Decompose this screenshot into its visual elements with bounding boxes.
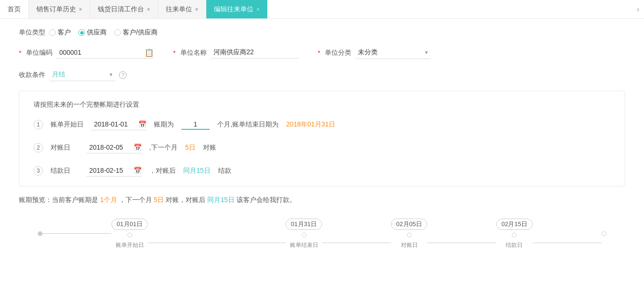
close-icon[interactable]: × [256,6,260,13]
tab-chevron-icon[interactable]: › [632,0,644,18]
timeline-end-dot-circle [602,231,606,236]
unit-code-calendar-icon[interactable]: 📋 [144,48,154,57]
period-row-2: 2 对账日 📅 ,下一个月 5日 对账 [34,142,610,153]
timeline-line-seg2 [322,243,391,243]
unit-category-select[interactable]: 未分类 ▾ [355,46,431,59]
tab-partner-label: 往来单位 [166,5,192,14]
timeline-sublabel-2: 账单结束日 [290,241,318,249]
timeline-date-3: 02月05日 [391,219,427,230]
tab-home[interactable]: 首页 [0,0,29,18]
preview-label: 账期预览：当前客户账期是 [19,196,98,203]
timeline-point-4: 02月15日 结款日 [496,219,533,249]
radio-supplier-circle [78,29,85,36]
payment-term-select[interactable]: 月结 ▾ [49,68,115,81]
radio-customer[interactable]: 客户 [49,28,71,37]
timeline-dot-3 [407,233,412,237]
unit-type-radio-group: 客户 供应商 客户/供应商 [49,28,158,37]
timeline-date-2: 01月31日 [286,219,322,230]
unit-info-row: * 单位编码 📋 * 单位名称 * 单位分类 未分类 ▾ [19,46,625,59]
unit-code-input[interactable] [56,47,144,58]
timeline-line-seg4 [533,243,602,243]
preview-part3: 同月15日 [207,196,235,203]
timeline-line-seg1 [148,243,286,243]
unit-type-group: 单位类型 客户 供应商 客户/供应商 [19,28,158,37]
payment-date-input[interactable] [86,165,134,176]
timeline-sublabel-3: 对账日 [401,241,418,249]
start-date-input-wrapper: 📅 [91,118,146,130]
recon-suffix-before: ,下一个月 [149,144,178,152]
payment-suffix-before: ，对账后 [149,167,176,175]
timeline-start-dot-circle [38,231,42,236]
row-label-1: 账单开始日 [51,120,84,129]
timeline-date-1: 01月01日 [111,219,148,230]
close-icon[interactable]: × [147,6,150,13]
radio-supplier-label: 供应商 [87,28,107,37]
unit-name-group: * 单位名称 [173,47,298,59]
row-num-3: 3 [34,166,43,176]
unit-type-label: 单位类型 [19,28,45,37]
preview-sep1: ，下一个月 [119,196,152,203]
unit-category-star: * [318,49,320,57]
recon-date-input-wrapper: 📅 [86,142,142,153]
preview-part1: 1个月 [100,196,117,203]
period-settings-box: 请按照未来的一个完整帐期进行设置 1 账单开始日 📅 账期为 个月,账单结束日期… [19,91,625,186]
close-icon[interactable]: × [79,6,82,13]
preview-sep2: 对账，对账后 [166,196,205,203]
period-row-3: 3 结款日 📅 ，对账后 同月15日 结款 [34,165,610,177]
tab-home-label: 首页 [8,5,21,14]
payment-highlight: 同月15日 [183,167,211,175]
timeline-dot-1 [127,233,132,237]
period-for-label: 账期为 [154,120,174,129]
radio-both-circle [114,29,121,36]
radio-both-label: 客户/供应商 [123,28,158,37]
tab-cash-workbench[interactable]: 钱货日清工作台 × [90,0,158,18]
payment-term-group: 收款条件 月结 ▾ ? [19,68,127,81]
radio-both[interactable]: 客户/供应商 [114,28,158,37]
tab-sales-order-history[interactable]: 销售订单历史 × [29,0,90,18]
radio-supplier[interactable]: 供应商 [78,28,107,37]
tab-cash-label: 钱货日清工作台 [98,5,144,14]
timeline-line-seg0 [42,233,111,234]
recon-highlight: 5日 [185,144,195,152]
payment-suffix-after: 结款 [218,167,231,175]
row-num-1: 1 [34,120,43,129]
unit-code-label: 单位编码 [26,49,52,57]
row-label-2: 对账日 [51,144,79,152]
timeline-dot-4 [512,233,517,237]
payment-date-calendar-icon[interactable]: 📅 [134,167,142,174]
start-date-calendar-icon[interactable]: 📅 [138,120,146,128]
unit-name-label: 单位名称 [180,49,207,57]
timeline-point-3: 02月05日 对账日 [391,219,427,249]
timeline-dot-2 [302,233,306,237]
timeline-point-2: 01月31日 账单结束日 [286,219,322,249]
unit-code-input-wrapper: 📋 [56,47,154,59]
radio-customer-circle [49,29,56,36]
recon-date-calendar-icon[interactable]: 📅 [134,144,142,151]
close-icon[interactable]: × [195,6,198,13]
start-date-input[interactable] [91,118,138,130]
help-icon[interactable]: ? [119,71,127,79]
period-end-date-highlight: 2018年01月31日 [286,120,335,129]
timeline-point-1: 01月01日 账单开始日 [111,219,148,249]
tab-edit-partner[interactable]: 编辑往来单位 × [206,0,268,18]
timeline-start-dot [38,231,42,249]
timeline-sublabel-1: 账单开始日 [116,241,144,249]
main-content: 单位类型 客户 供应商 客户/供应商 * 单位编码 [0,19,644,287]
tab-partner-unit[interactable]: 往来单位 × [158,0,206,18]
unit-code-star: * [19,49,21,57]
tab-edit-label: 编辑往来单位 [214,5,254,14]
preview-part2: 5日 [153,196,164,203]
timeline-end-dot [602,231,606,249]
unit-name-input[interactable] [211,47,299,59]
timeline-line-seg3 [427,243,496,243]
preview-suffix: 该客户会给我打款。 [237,196,296,203]
period-months-input[interactable] [181,119,210,130]
period-box-title: 请按照未来的一个完整帐期进行设置 [34,101,610,109]
unit-code-group: * 单位编码 📋 [19,47,154,59]
period-row-1: 1 账单开始日 📅 账期为 个月,账单结束日期为 2018年01月31日 [34,118,610,130]
recon-date-input[interactable] [86,142,134,153]
unit-category-label: 单位分类 [325,49,351,57]
timeline-sublabel-4: 结款日 [506,241,523,249]
unit-category-value: 未分类 [358,48,423,57]
chevron-down-icon: ▾ [110,71,112,78]
